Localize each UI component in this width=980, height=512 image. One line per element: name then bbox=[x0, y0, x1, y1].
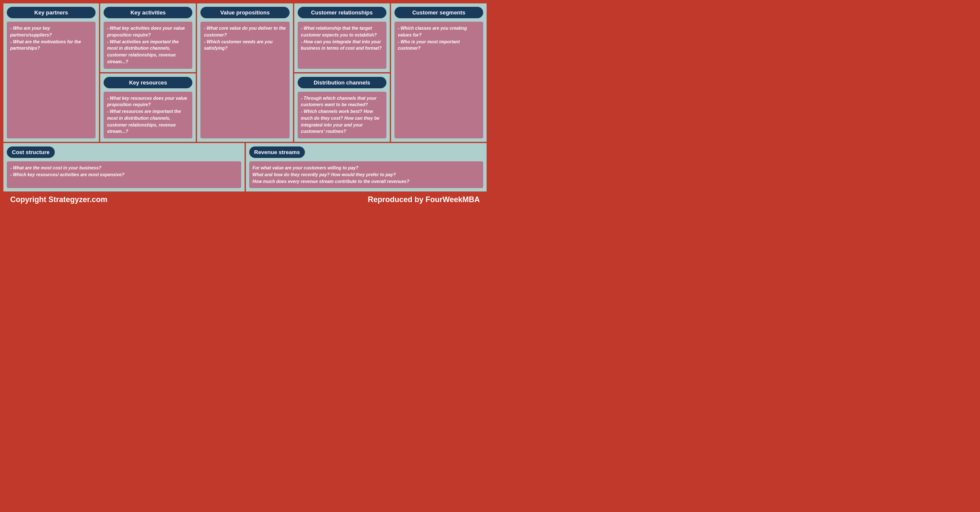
footer-left: Copyright Strategyzer.com bbox=[10, 195, 107, 204]
revenue-streams-header: Revenue streams bbox=[249, 146, 305, 158]
key-partners-text: - Who are your key partners/suppliers? -… bbox=[10, 25, 92, 52]
customer-segments-text: - Which classes are you creating values … bbox=[398, 25, 480, 52]
key-resources-header: Key resources bbox=[104, 77, 192, 88]
key-partners-header: Key partners bbox=[7, 7, 96, 18]
customer-relationships-text: - What relationship that the target cust… bbox=[301, 25, 383, 52]
main-grid: Key partners - Who are your key partners… bbox=[3, 3, 487, 142]
value-propositions-text: - What core value do you deliver to the … bbox=[204, 25, 286, 52]
customer-segments-header: Customer segments bbox=[394, 7, 483, 18]
customer-segments-cell: Customer segments - Which classes are yo… bbox=[391, 3, 487, 142]
distribution-channels-header: Distribution channels bbox=[298, 77, 386, 88]
revenue-streams-cell: Revenue streams For what value are your … bbox=[246, 143, 487, 191]
distribution-channels-content: - Through which channels that your custo… bbox=[298, 92, 386, 139]
key-activities-content: - What key activities does your value pr… bbox=[104, 22, 192, 69]
bottom-grid: Cost structure - What are the most cost … bbox=[3, 143, 487, 191]
revenue-streams-content: For what value are your customers willin… bbox=[249, 161, 484, 188]
key-activities-text: - What key activities does your value pr… bbox=[107, 25, 189, 65]
key-resources-text: - What key resources does your value pro… bbox=[107, 95, 189, 135]
customer-relationships-header: Customer relationships bbox=[298, 7, 386, 18]
key-partners-cell: Key partners - Who are your key partners… bbox=[3, 3, 99, 142]
key-resources-cell: Key resources - What key resources does … bbox=[100, 73, 196, 142]
value-propositions-content: - What core value do you deliver to the … bbox=[200, 22, 289, 138]
distribution-channels-cell: Distribution channels - Through which ch… bbox=[294, 73, 390, 142]
distribution-channels-text: - Through which channels that your custo… bbox=[301, 95, 383, 135]
customer-relationships-content: - What relationship that the target cust… bbox=[298, 22, 386, 69]
cost-structure-text: - What are the most cost in your busines… bbox=[10, 165, 238, 178]
customer-segments-content: - Which classes are you creating values … bbox=[394, 22, 483, 138]
key-resources-content: - What key resources does your value pro… bbox=[104, 92, 192, 139]
value-propositions-cell: Value propositions - What core value do … bbox=[197, 3, 293, 142]
value-propositions-header: Value propositions bbox=[200, 7, 289, 18]
key-activities-header: Key activities bbox=[104, 7, 192, 18]
cost-structure-header: Cost structure bbox=[7, 146, 55, 158]
revenue-streams-text: For what value are your customers willin… bbox=[253, 165, 480, 185]
cost-structure-content: - What are the most cost in your busines… bbox=[7, 161, 241, 188]
footer-right: Reproduced by FourWeekMBA bbox=[368, 195, 480, 204]
canvas-outer: Key partners - Who are your key partners… bbox=[0, 0, 490, 210]
key-activities-cell: Key activities - What key activities doe… bbox=[100, 3, 196, 72]
cost-structure-cell: Cost structure - What are the most cost … bbox=[3, 143, 245, 191]
customer-relationships-cell: Customer relationships - What relationsh… bbox=[294, 3, 390, 72]
footer: Copyright Strategyzer.com Reproduced by … bbox=[3, 193, 487, 207]
key-partners-content: - Who are your key partners/suppliers? -… bbox=[7, 22, 96, 138]
